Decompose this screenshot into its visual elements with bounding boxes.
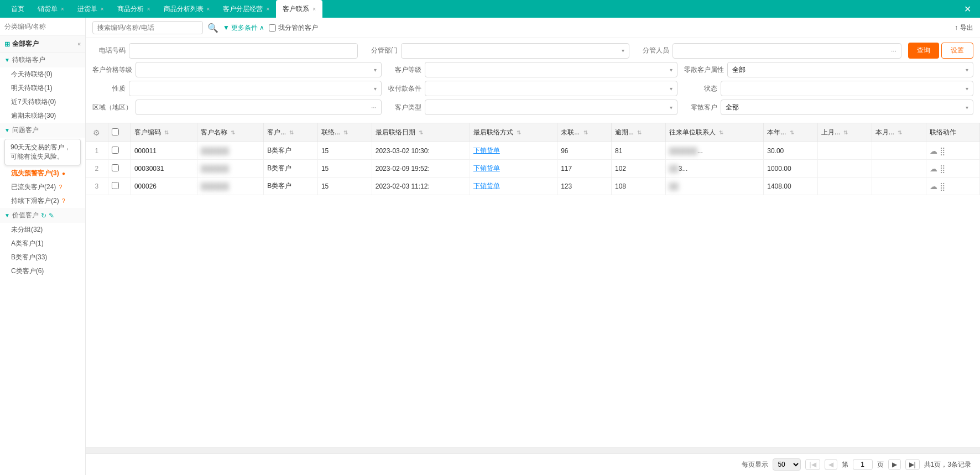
- tab-product-analysis[interactable]: 商品分析 ×: [111, 0, 157, 18]
- sidebar-item-ungrouped[interactable]: 未分组(32): [0, 223, 85, 237]
- row-checkbox-1[interactable]: [108, 142, 131, 160]
- sidebar-item-b-class[interactable]: B类客户(33): [0, 250, 85, 264]
- more-icon-2[interactable]: ⣿: [940, 164, 945, 173]
- col-header-overdue[interactable]: 逾期... ⇅: [611, 123, 665, 142]
- col-header-uncontacted[interactable]: 未联... ⇅: [557, 123, 612, 142]
- select-all-checkbox[interactable]: [112, 128, 119, 135]
- col-header-last-method[interactable]: 最后联络方式 ⇅: [470, 123, 557, 142]
- status-select[interactable]: ▾: [721, 81, 973, 96]
- tab-close-purchase-order[interactable]: ×: [101, 6, 104, 12]
- last-page-button[interactable]: ▶|: [905, 459, 920, 470]
- sidebar-item-today[interactable]: 今天待联络(0): [0, 67, 85, 81]
- zero-attr-select[interactable]: 全部 ▾: [727, 62, 973, 77]
- dept-select[interactable]: ▾: [401, 43, 630, 59]
- sidebar-item-7days[interactable]: 近7天待联络(0): [0, 95, 85, 109]
- sidebar-item-overdue[interactable]: 逾期未联络(30): [0, 109, 85, 123]
- my-customers-checkbox[interactable]: [269, 24, 276, 32]
- more-icon-1[interactable]: ⣿: [940, 147, 945, 155]
- sidebar-all-customers[interactable]: ⊞ 全部客户 «: [0, 36, 85, 53]
- manager-dots[interactable]: ···: [891, 47, 896, 55]
- contact-icon-2[interactable]: ☁: [930, 164, 937, 173]
- tab-product-list[interactable]: 商品分析列表 ×: [157, 0, 217, 18]
- per-page-select[interactable]: 50 100 200: [773, 458, 801, 471]
- contact-icon-1[interactable]: ☁: [930, 147, 937, 155]
- phone-input[interactable]: [129, 43, 358, 59]
- tab-close-product-list[interactable]: ×: [207, 6, 210, 12]
- main-layout: 🔍 ⊞ 全部客户 « ▼ 待联络客户 今天待联络(0) 明天待联络(1) 近7天…: [0, 18, 980, 475]
- col-header-code[interactable]: 客户编码 ⇅: [131, 123, 197, 142]
- row-last-method-2[interactable]: 下销货单: [470, 160, 557, 178]
- sidebar-group-value[interactable]: ▼ 价值客户 ↻ ✎: [0, 208, 85, 223]
- sidebar-item-c-class[interactable]: C类客户(6): [0, 264, 85, 278]
- customer-type-select[interactable]: ▾: [425, 100, 677, 115]
- row-2-checkbox[interactable]: [112, 164, 119, 171]
- export-button[interactable]: ↑ 导出: [955, 23, 973, 33]
- sidebar-item-already-lost[interactable]: 已流失客户(24) ?: [0, 180, 85, 194]
- row-checkbox-2[interactable]: [108, 160, 131, 178]
- tab-customer-segment[interactable]: 客户分层经营 ×: [216, 0, 276, 18]
- row-last-method-1[interactable]: 下销货单: [470, 142, 557, 160]
- next-page-button[interactable]: ▶: [888, 459, 901, 470]
- query-button[interactable]: 查询: [908, 43, 939, 59]
- sidebar-item-a-class[interactable]: A类客户(1): [0, 237, 85, 250]
- collapse-icon[interactable]: «: [77, 41, 81, 47]
- table-header-row: ⚙ 客户编码 ⇅ 客户名称 ⇅ 客户... ⇅: [86, 123, 980, 142]
- page-number-input[interactable]: [853, 459, 873, 470]
- edit-icon[interactable]: ✎: [49, 212, 54, 220]
- col-header-this-month[interactable]: 本月... ⇅: [872, 123, 926, 142]
- sidebar-group-lost[interactable]: ▼ 问题客户: [0, 123, 85, 138]
- contact-icon-3[interactable]: ☁: [930, 182, 937, 191]
- gender-select[interactable]: ▾: [129, 81, 382, 96]
- row-last-method-3[interactable]: 下销货单: [470, 178, 557, 195]
- tab-close-customer-contact[interactable]: ×: [312, 6, 316, 12]
- row-uncontacted-1: 96: [557, 142, 612, 160]
- row-3-checkbox[interactable]: [112, 182, 119, 189]
- sidebar-search-input[interactable]: [4, 23, 86, 30]
- tab-home[interactable]: 首页: [4, 0, 31, 18]
- row-1-checkbox[interactable]: [112, 147, 119, 154]
- more-icon-3[interactable]: ⣿: [940, 182, 945, 191]
- filter-panel: 电话号码 分管部门 ▾ 分管人员 ···: [86, 38, 980, 123]
- horizontal-scrollbar[interactable]: [86, 447, 980, 453]
- row-contact-person-1: ██████...: [665, 142, 763, 160]
- zero-customer-select[interactable]: 全部 ▾: [721, 100, 973, 115]
- row-uncontacted-3: 123: [557, 178, 612, 195]
- checkbox-header[interactable]: [108, 123, 131, 142]
- sidebar-item-declining[interactable]: 持续下滑客户(2) ?: [0, 194, 85, 208]
- col-header-contact[interactable]: 联络... ⇅: [317, 123, 372, 142]
- row-actions-3: ☁ ⣿: [926, 178, 979, 195]
- col-header-name[interactable]: 客户名称 ⇅: [197, 123, 264, 142]
- tab-close-sales-order[interactable]: ×: [61, 6, 64, 12]
- payment-select[interactable]: ▾: [425, 81, 677, 96]
- col-header-contact-person[interactable]: 往来单位联系人 ⇅: [665, 123, 763, 142]
- manager-select[interactable]: ···: [673, 43, 901, 59]
- col-header-level[interactable]: 客户... ⇅: [264, 123, 318, 142]
- first-page-button[interactable]: |◀: [805, 459, 820, 470]
- filter-more-conditions-button[interactable]: ▼ 更多条件 ∧: [223, 23, 264, 33]
- price-level-select[interactable]: ▾: [135, 62, 382, 77]
- customer-level-select[interactable]: ▾: [425, 62, 677, 77]
- tab-close-customer-segment[interactable]: ×: [266, 6, 269, 12]
- sidebar-item-lost-warning[interactable]: 流失预警客户(3) ●: [0, 166, 85, 180]
- settings-button[interactable]: 设置: [941, 43, 973, 59]
- tab-customer-contact[interactable]: 客户联系 ×: [276, 0, 322, 18]
- sort-icon-level: ⇅: [289, 129, 294, 135]
- tab-close-product-analysis[interactable]: ×: [147, 6, 150, 12]
- col-header-last-month[interactable]: 上月... ⇅: [818, 123, 872, 142]
- tab-sales-order[interactable]: 销货单 ×: [31, 0, 71, 18]
- filter-search-input[interactable]: [92, 21, 203, 34]
- refresh-icon[interactable]: ↻: [41, 212, 46, 220]
- region-select[interactable]: ···: [135, 100, 382, 115]
- sidebar-group-pending[interactable]: ▼ 待联络客户: [0, 53, 85, 67]
- row-checkbox-3[interactable]: [108, 178, 131, 195]
- region-dots[interactable]: ···: [371, 103, 377, 111]
- col-header-this-year[interactable]: 本年... ⇅: [764, 123, 818, 142]
- gear-header[interactable]: ⚙: [86, 123, 108, 142]
- filter-search-button[interactable]: 🔍: [207, 23, 218, 33]
- prev-page-button[interactable]: ◀: [825, 459, 837, 470]
- close-all-tabs[interactable]: ✕: [960, 4, 976, 14]
- col-header-last-date[interactable]: 最后联络日期 ⇅: [372, 123, 470, 142]
- sidebar-item-tomorrow[interactable]: 明天待联络(1): [0, 81, 85, 95]
- my-customers-checkbox-label[interactable]: 我分管的客户: [269, 23, 318, 33]
- tab-purchase-order[interactable]: 进货单 ×: [71, 0, 111, 18]
